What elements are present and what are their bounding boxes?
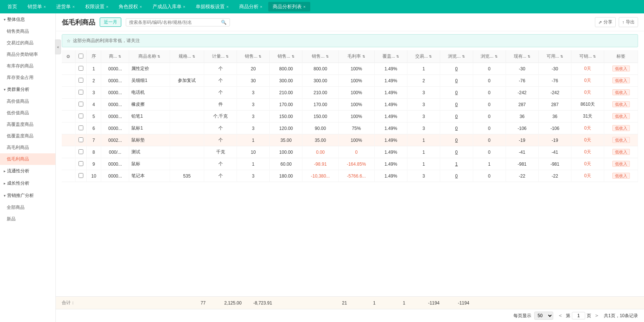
nav-home[interactable]: 首页 — [3, 2, 22, 12]
col-code[interactable]: 商... ⇅ — [101, 50, 129, 63]
cell-checkbox[interactable] — [75, 134, 86, 146]
col-sale-qty[interactable]: 销售... ⇅ — [237, 50, 270, 63]
cell-name[interactable]: 笔记本 — [129, 170, 170, 182]
nav-permissions[interactable]: 权限设置× — [81, 2, 113, 12]
sidebar-group-growth[interactable]: ▸ 成长性分析 — [0, 177, 55, 189]
cell-name[interactable]: 鼠标垫 — [129, 134, 170, 146]
cell-checkbox[interactable] — [75, 170, 86, 182]
row-checkbox[interactable] — [79, 161, 83, 166]
cell-browse1[interactable]: 0 — [440, 146, 473, 158]
cell-browse1[interactable]: 1 — [440, 158, 473, 170]
prev-page-button[interactable]: ＜ — [556, 312, 564, 320]
cell-browse1[interactable]: 0 — [440, 111, 473, 122]
sidebar-item-traded-products[interactable]: 交易过的商品 — [0, 37, 55, 49]
sidebar-collapse-button[interactable]: « — [55, 39, 61, 54]
select-all-checkbox[interactable] — [79, 54, 83, 58]
row-checkbox[interactable] — [79, 78, 83, 83]
cell-browse1[interactable]: 0 — [440, 75, 473, 87]
sidebar-item-category-assist-rate[interactable]: 商品分类助销率 — [0, 49, 55, 60]
row-checkbox[interactable] — [79, 102, 83, 106]
sidebar-item-high-coverage[interactable]: 高覆盖度商品 — [0, 119, 55, 130]
share-button[interactable]: ⇗ 分享 — [595, 17, 616, 27]
row-checkbox[interactable] — [79, 90, 83, 95]
next-page-button[interactable]: ＞ — [593, 312, 601, 320]
cell-checkbox[interactable] — [75, 158, 86, 170]
sidebar-group-marketing[interactable]: ▾ 营销推广分析 — [0, 189, 55, 202]
col-checkbox[interactable] — [75, 50, 86, 63]
sidebar-item-low-margin[interactable]: 低毛利商品 — [0, 153, 55, 165]
col-spec[interactable]: 规格... ⇅ — [170, 50, 204, 63]
filter-date-button[interactable]: 近一月 — [100, 17, 121, 27]
cell-checkbox[interactable] — [75, 63, 86, 75]
sidebar-item-in-stock[interactable]: 有库存的商品 — [0, 60, 55, 72]
cell-checkbox[interactable] — [75, 146, 86, 158]
nav-product-analysis[interactable]: 商品分析× — [235, 2, 267, 12]
sidebar-item-sales-products[interactable]: 销售类商品 — [0, 26, 55, 37]
col-unit[interactable]: 计量... ⇅ — [204, 50, 237, 63]
col-sale-profit[interactable]: 销售... ⇅ — [302, 50, 338, 63]
cell-browse1[interactable]: 0 — [440, 87, 473, 99]
cell-browse1[interactable]: 0 — [440, 122, 473, 134]
col-current[interactable]: 现有... ⇅ — [506, 50, 538, 63]
cell-browse1[interactable]: 0 — [440, 134, 473, 146]
close-icon[interactable]: × — [183, 4, 185, 9]
cell-checkbox[interactable] — [75, 111, 86, 122]
col-browse2[interactable]: 浏览... ⇅ — [473, 50, 506, 63]
cell-browse1[interactable]: 0 — [440, 63, 473, 75]
row-checkbox[interactable] — [79, 173, 83, 178]
sidebar-item-stock-fund[interactable]: 库存资金占用 — [0, 72, 55, 83]
sidebar-group-cluster[interactable]: ▾ 类群量分析 — [0, 83, 55, 96]
nav-template-settings[interactable]: 单据模板设置× — [191, 2, 233, 12]
col-coverage[interactable]: 覆盖... ⇅ — [375, 50, 407, 63]
sidebar-item-new-products[interactable]: 新品 — [0, 213, 55, 225]
table-container[interactable]: ⚙ 序 商... ⇅ 商品名称 ⇅ 规格... ⇅ 计量... ⇅ 销售... … — [56, 50, 644, 296]
cell-name[interactable]: 测试 — [129, 146, 170, 158]
close-icon[interactable]: × — [140, 4, 142, 9]
cell-name[interactable]: 吴细细1 — [129, 75, 170, 87]
row-checkbox[interactable] — [79, 66, 83, 71]
cell-name[interactable]: 电话机 — [129, 87, 170, 99]
col-settings[interactable]: ⚙ — [62, 50, 75, 63]
row-checkbox[interactable] — [79, 125, 83, 130]
cell-name[interactable]: 橡皮擦 — [129, 99, 170, 111]
sidebar-item-high-value[interactable]: 高价值商品 — [0, 96, 55, 107]
col-profit-rate[interactable]: 毛利率 ⇅ — [338, 50, 374, 63]
per-page-select[interactable]: 50 100 200 — [534, 312, 553, 320]
search-icon[interactable]: 🔍 — [221, 20, 227, 25]
cell-name[interactable]: 鼠标1 — [129, 122, 170, 134]
cell-checkbox[interactable] — [75, 75, 86, 87]
col-trade[interactable]: 交易... ⇅ — [407, 50, 440, 63]
cell-name[interactable]: 铅笔1 — [129, 111, 170, 122]
row-checkbox[interactable] — [79, 137, 83, 142]
col-name[interactable]: 商品名称 ⇅ — [129, 50, 170, 63]
sidebar-group-overall[interactable]: ▾ 整体信息 — [0, 13, 55, 26]
sidebar-item-low-value[interactable]: 低价值商品 — [0, 107, 55, 119]
cell-browse1[interactable]: 0 — [440, 170, 473, 182]
cell-checkbox[interactable] — [75, 122, 86, 134]
nav-role-auth[interactable]: 角色授权× — [114, 2, 146, 12]
close-icon[interactable]: × — [44, 4, 46, 9]
row-checkbox[interactable] — [79, 149, 83, 154]
nav-product-analysis-list[interactable]: 商品分析列表× — [268, 2, 310, 12]
cell-name[interactable]: 属性定价 — [129, 63, 170, 75]
close-icon[interactable]: × — [72, 4, 74, 9]
col-sale-amt[interactable]: 销售... ⇅ — [270, 50, 302, 63]
cell-checkbox[interactable] — [75, 99, 86, 111]
cell-name[interactable]: 鼠标 — [129, 158, 170, 170]
page-input[interactable] — [572, 312, 585, 319]
sidebar-item-low-coverage[interactable]: 低覆盖度商品 — [0, 130, 55, 142]
close-icon[interactable]: × — [106, 4, 108, 9]
nav-sales[interactable]: 销货单× — [23, 2, 50, 12]
cell-checkbox[interactable] — [75, 87, 86, 99]
close-icon[interactable]: × — [303, 4, 305, 9]
nav-product-entry[interactable]: 产成品入库单× — [148, 2, 190, 12]
sidebar-item-high-margin[interactable]: 高毛利商品 — [0, 142, 55, 153]
nav-purchase[interactable]: 进货单× — [52, 2, 79, 12]
close-icon[interactable]: × — [260, 4, 262, 9]
close-icon[interactable]: × — [226, 4, 228, 9]
cell-browse1[interactable]: 0 — [440, 99, 473, 111]
export-button[interactable]: ↑ 导出 — [619, 17, 638, 27]
col-saleable[interactable]: 可销... ⇅ — [571, 50, 604, 63]
sidebar-group-circulation[interactable]: ▸ 流通性分析 — [0, 165, 55, 177]
sidebar-item-all-products[interactable]: 全部商品 — [0, 202, 55, 213]
